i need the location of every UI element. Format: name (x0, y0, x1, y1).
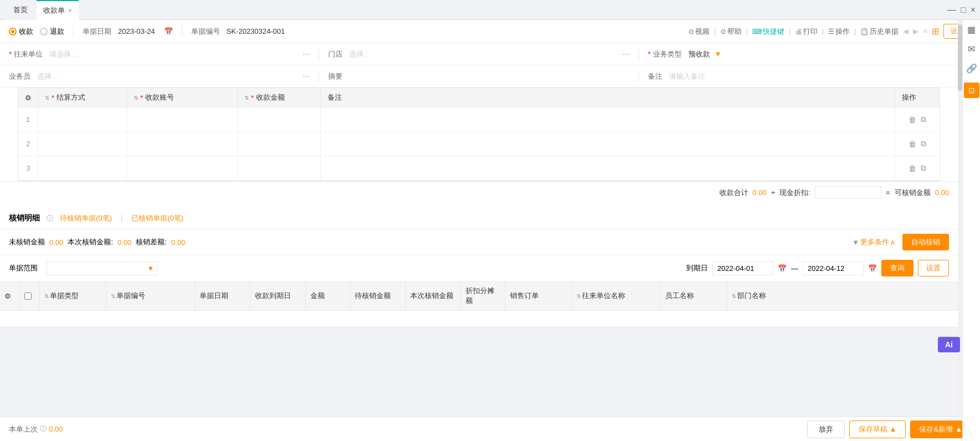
store-field: 门店 ··· (328, 48, 629, 60)
save-new-arrow-icon[interactable]: ▲ (955, 425, 962, 433)
window-min-button[interactable]: — (947, 5, 956, 15)
row-note-3[interactable] (321, 156, 895, 180)
done-tab[interactable]: 已核销单据(0笔) (131, 213, 183, 223)
more-conditions-btn[interactable]: ▼ 更多条件 ∧ (852, 237, 896, 247)
date-range-separator: — (791, 264, 798, 273)
discount-input[interactable] (815, 186, 881, 199)
business-type-star: * (648, 50, 651, 58)
shortcut-link[interactable]: ⌨ 快捷键 (752, 27, 784, 37)
bottom-table-header: ⚙ ⇅ 单据类型 ⇅ 单据编号 单据日期 收款到期日 金额 待核销金额 本次核销… (0, 281, 958, 311)
history-link[interactable]: 📋 历史单据 (860, 27, 899, 37)
calendar-to-icon[interactable]: 📅 (868, 264, 877, 273)
business-type-dropdown-icon[interactable]: ▼ (714, 50, 722, 58)
th-settings[interactable]: ⚙ (18, 88, 38, 107)
total-value: 0.00 (753, 188, 767, 197)
bth-checkbox[interactable] (20, 281, 40, 310)
video-link[interactable]: ⊙ 视频 (688, 27, 710, 37)
footer-info-icon[interactable]: ⓘ (40, 424, 47, 434)
help-link[interactable]: ⊙ 帮助 (721, 27, 742, 37)
scrollbar-thumb[interactable] (958, 24, 962, 91)
store-label: 门店 (328, 49, 343, 59)
pending-tab[interactable]: 待核销单据(0笔) (60, 213, 112, 223)
calendar-icon[interactable]: 📅 (164, 27, 173, 35)
radio-receipt[interactable]: 收款 (9, 27, 33, 37)
ai-badge[interactable]: Ai (938, 337, 960, 352)
row-note-1[interactable] (321, 107, 895, 131)
row-account-1[interactable] (127, 107, 238, 131)
range-dropdown-icon[interactable]: ▼ (147, 264, 154, 273)
scrollbar[interactable] (958, 20, 962, 417)
filter-row: 单据范围 ▼ 到期日 📅 — 📅 查询 设置 (0, 255, 958, 281)
print-link[interactable]: 🖨 打印 (795, 27, 818, 37)
note-field: 备注 (648, 70, 949, 83)
window-max-button[interactable]: □ (961, 5, 966, 15)
summary-input[interactable] (345, 70, 629, 83)
tab-close-icon[interactable]: × (68, 7, 72, 14)
staff-more-icon[interactable]: ··· (303, 71, 310, 81)
sidebar-email-icon[interactable]: ✉ (968, 44, 975, 54)
grid-icon[interactable]: ⊞ (932, 26, 939, 37)
query-button[interactable]: 查询 (881, 260, 913, 276)
receipt-refund-toggle: 收款 退款 (9, 27, 64, 37)
plus-sign: + (771, 188, 775, 197)
sort-icon-amount: ⇅ (244, 95, 249, 101)
radio-refund[interactable]: 退款 (40, 27, 64, 37)
staff-input[interactable] (33, 70, 298, 83)
right-sidebar: ▦ ✉ 🔗 ⊡ (962, 20, 980, 441)
save-draft-arrow-icon[interactable]: ▲ (890, 425, 897, 433)
note-input[interactable] (665, 70, 949, 83)
receipt-table-wrapper: ⚙ ⇅ * 结算方式 ⇅ * 收款账号 ⇅ * 收款金额 (0, 88, 958, 181)
row-settlement-2[interactable] (38, 132, 127, 156)
range-input[interactable] (47, 261, 157, 275)
row-settlement-3[interactable] (38, 156, 127, 180)
bth-settings[interactable]: ⚙ (0, 281, 20, 310)
row-account-3[interactable] (127, 156, 238, 180)
tab-home[interactable]: 首页 (4, 0, 37, 20)
tab-bar-right: — □ × (947, 5, 976, 15)
from-unit-input[interactable] (45, 48, 298, 60)
store-more-icon[interactable]: ··· (622, 49, 629, 59)
row-delete-icon-2[interactable]: 🗑 (908, 140, 916, 148)
row-amount-1[interactable] (238, 107, 321, 131)
settings-gear-icon[interactable]: ⚙ (25, 94, 32, 102)
window-close-button[interactable]: × (971, 5, 976, 15)
table-row: 3 🗑 ⧉ (18, 156, 940, 181)
row-amount-2[interactable] (238, 132, 321, 156)
sidebar-table-icon[interactable]: ▦ (967, 24, 976, 35)
net-value: 0.00 (935, 188, 949, 197)
row-account-2[interactable] (127, 132, 238, 156)
row-actions-1: 🗑 ⧉ (895, 107, 940, 131)
row-settlement-1[interactable] (38, 107, 127, 131)
th-settlement: ⇅ * 结算方式 (38, 88, 127, 107)
row-copy-icon-1[interactable]: ⧉ (921, 115, 926, 124)
row-copy-icon-2[interactable]: ⧉ (921, 139, 926, 148)
date-from-input[interactable] (712, 261, 773, 275)
footer-info: 本单上次 ⓘ 0.00 (9, 424, 63, 434)
row-copy-icon-3[interactable]: ⧉ (921, 163, 926, 173)
select-all-checkbox[interactable] (24, 293, 32, 300)
bth-doc-num: ⇅ 单据编号 (106, 281, 195, 310)
auto-verify-button[interactable]: 自动核销 (902, 234, 949, 250)
date-to-input[interactable] (803, 261, 864, 275)
table-row: 2 🗑 ⧉ (18, 132, 940, 156)
operation-link[interactable]: ☰ 操作 (828, 27, 850, 37)
sidebar-link-icon[interactable]: 🔗 (966, 63, 977, 74)
calendar-from-icon[interactable]: 📅 (778, 264, 787, 273)
tab-receipt[interactable]: 收款单 × (37, 0, 79, 20)
save-draft-button[interactable]: 保存草稿 ▲ (849, 421, 906, 438)
row-amount-3[interactable] (238, 156, 321, 180)
store-input[interactable] (345, 48, 617, 60)
sidebar-screenshot-icon[interactable]: ⊡ (964, 83, 979, 98)
verification-info-icon[interactable]: ⓘ (47, 214, 53, 223)
discount-label: 现金折扣: (779, 188, 810, 198)
bth-gear-icon[interactable]: ⚙ (4, 292, 11, 300)
from-unit-more-icon[interactable]: ··· (303, 49, 310, 59)
abandon-button[interactable]: 放弃 (807, 421, 845, 438)
row-note-2[interactable] (321, 132, 895, 156)
row-delete-icon-1[interactable]: 🗑 (908, 115, 916, 124)
row-delete-icon-3[interactable]: 🗑 (908, 164, 916, 173)
verify-settings-button[interactable]: 设置 (918, 260, 949, 276)
radio-refund-label: 退款 (50, 27, 64, 37)
summary-row: 收款合计 0.00 + 现金折扣: = 可核销金额 0.00 (0, 181, 958, 203)
note-label: 备注 (648, 71, 662, 81)
